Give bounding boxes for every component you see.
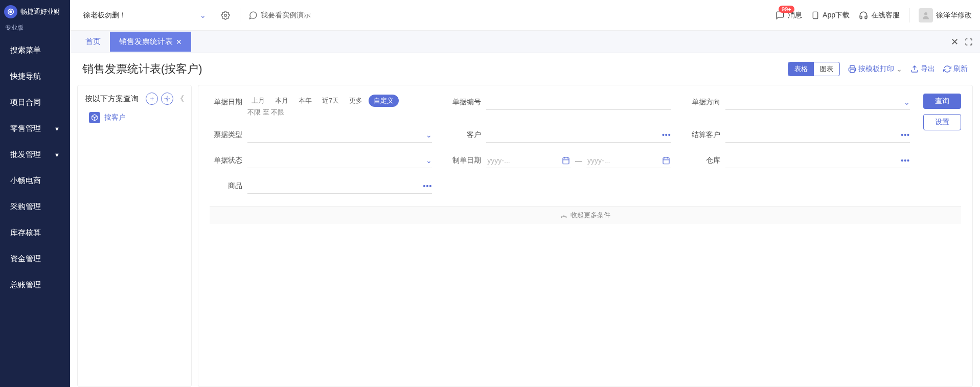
nav-search-menu[interactable]: 搜索菜单 [0, 37, 70, 63]
brand-icon [4, 5, 17, 18]
phone-icon [811, 11, 819, 20]
filter-label-date: 单据日期 [210, 95, 242, 107]
divider [240, 8, 240, 22]
nav-project-contract[interactable]: 项目合同 [0, 89, 70, 116]
more-icon: ••• [901, 131, 910, 139]
svg-point-7 [167, 98, 168, 100]
chevron-down-icon: ⌄ [426, 156, 432, 165]
svg-point-1 [10, 11, 12, 13]
brand-edition: 专业版 [0, 24, 70, 37]
chip-this-year[interactable]: 本年 [294, 95, 316, 107]
headset-icon [859, 11, 868, 20]
more-icon: ••• [901, 156, 910, 165]
view-toggle: 表格 图表 [788, 62, 840, 76]
add-scheme-button[interactable]: ＋ [146, 93, 158, 105]
more-icon: ••• [423, 182, 432, 190]
settings-icon[interactable] [219, 9, 232, 21]
scheme-settings-button[interactable] [161, 93, 173, 105]
filter-label-warehouse: 仓库 [688, 153, 720, 165]
date-separator: — [575, 156, 582, 165]
scheme-label: 按客户 [104, 113, 126, 122]
query-button[interactable]: 查询 [923, 94, 961, 109]
view-table-button[interactable]: 表格 [788, 62, 814, 76]
printer-icon [848, 65, 856, 73]
refresh-button[interactable]: 刷新 [943, 64, 968, 74]
direction-select[interactable]: ⌄ [725, 95, 910, 110]
scheme-panel-title: 按以下方案查询 [85, 94, 139, 104]
demo-link[interactable]: 我要看实例演示 [248, 11, 311, 20]
filter-panel: 查询 设置 单据日期 上月 本月 本年 近7天 更多 [198, 85, 973, 387]
nav-inventory[interactable]: 库存核算 [0, 220, 70, 246]
chip-7days[interactable]: 近7天 [318, 95, 343, 107]
svg-rect-3 [813, 12, 817, 18]
user-menu[interactable]: 徐泽华修改 [919, 8, 972, 22]
date-range-display: 不限 至 不限 [247, 108, 432, 117]
chevron-down-icon: ⌄ [426, 131, 432, 139]
app-download-button[interactable]: App下载 [811, 11, 850, 20]
org-name: 徐老板勿删！ [83, 11, 126, 20]
scheme-panel: 按以下方案查询 ＋ 《 按客户 [77, 85, 192, 387]
nav-wholesale[interactable]: 批发管理▼ [0, 142, 70, 168]
chip-more[interactable]: 更多 [345, 95, 367, 107]
filter-label-direction: 单据方向 [688, 95, 720, 107]
cube-icon [89, 112, 100, 123]
badge-count: 99+ [779, 6, 794, 13]
collapse-filters-button[interactable]: ︽ 收起更多条件 [210, 206, 961, 224]
nav-retail[interactable]: 零售管理▼ [0, 116, 70, 142]
export-button[interactable]: 导出 [910, 64, 935, 74]
billtype-select[interactable]: ⌄ [247, 127, 432, 143]
docno-input[interactable] [486, 95, 671, 110]
filter-label-status: 单据状态 [210, 153, 242, 165]
nav-funds[interactable]: 资金管理 [0, 246, 70, 272]
chevron-down-icon: ⌄ [200, 11, 206, 19]
create-date-from[interactable]: yyyy-... [486, 153, 571, 168]
more-icon: ••• [662, 131, 671, 139]
filter-label-product: 商品 [210, 178, 242, 191]
nav-quick-nav[interactable]: 快捷导航 [0, 63, 70, 89]
customer-picker[interactable]: ••• [486, 127, 671, 143]
product-picker[interactable]: ••• [247, 178, 432, 194]
fullscreen-icon[interactable] [965, 38, 973, 46]
chip-this-month[interactable]: 本月 [271, 95, 292, 107]
print-button[interactable]: 按模板打印 ⌄ [848, 64, 902, 74]
tab-home[interactable]: 首页 [76, 32, 110, 52]
messages-button[interactable]: 99+ 消息 [776, 11, 802, 20]
calendar-icon [662, 156, 670, 165]
status-select[interactable]: ⌄ [247, 153, 432, 168]
settings-button[interactable]: 设置 [923, 114, 961, 130]
svg-point-2 [224, 14, 227, 16]
divider [909, 8, 909, 22]
warehouse-picker[interactable]: ••• [725, 153, 910, 168]
chevron-down-icon: ⌄ [896, 65, 902, 73]
chevron-down-icon: ⌄ [904, 98, 910, 106]
chip-custom[interactable]: 自定义 [369, 95, 399, 107]
create-date-to[interactable]: yyyy-... [586, 153, 671, 168]
close-all-icon[interactable]: ✕ [951, 36, 959, 48]
calendar-icon [562, 156, 570, 165]
topbar: 徐老板勿删！ ⌄ 我要看实例演示 99+ 消息 [70, 0, 980, 31]
view-chart-button[interactable]: 图表 [814, 62, 839, 76]
filter-label-billtype: 票据类型 [210, 127, 242, 140]
settle-customer-picker[interactable]: ••• [725, 127, 910, 143]
tabs-bar: 首页 销售发票统计表 ✕ ✕ [70, 31, 980, 53]
chat-icon [248, 11, 258, 20]
chevron-down-icon: ▼ [54, 152, 60, 158]
chevron-down-icon: ▼ [54, 126, 60, 132]
chip-last-month[interactable]: 上月 [247, 95, 269, 107]
org-selector[interactable]: 徐老板勿删！ ⌄ [78, 8, 211, 23]
svg-point-5 [924, 12, 927, 15]
tab-active[interactable]: 销售发票统计表 ✕ [110, 32, 191, 52]
page-title: 销售发票统计表(按客户) [82, 61, 202, 77]
svg-rect-8 [563, 157, 569, 164]
nav-ledger[interactable]: 总账管理 [0, 272, 70, 298]
support-button[interactable]: 在线客服 [859, 11, 900, 20]
filter-label-customer: 客户 [448, 127, 481, 140]
collapse-panel-button[interactable]: 《 [176, 94, 184, 104]
filter-label-docno: 单据编号 [448, 95, 481, 107]
nav-purchase[interactable]: 采购管理 [0, 194, 70, 220]
scheme-item[interactable]: 按客户 [85, 105, 184, 130]
svg-rect-6 [850, 70, 854, 72]
nav-ecommerce[interactable]: 小畅电商 [0, 168, 70, 194]
close-icon[interactable]: ✕ [176, 38, 182, 46]
refresh-icon [943, 65, 951, 73]
